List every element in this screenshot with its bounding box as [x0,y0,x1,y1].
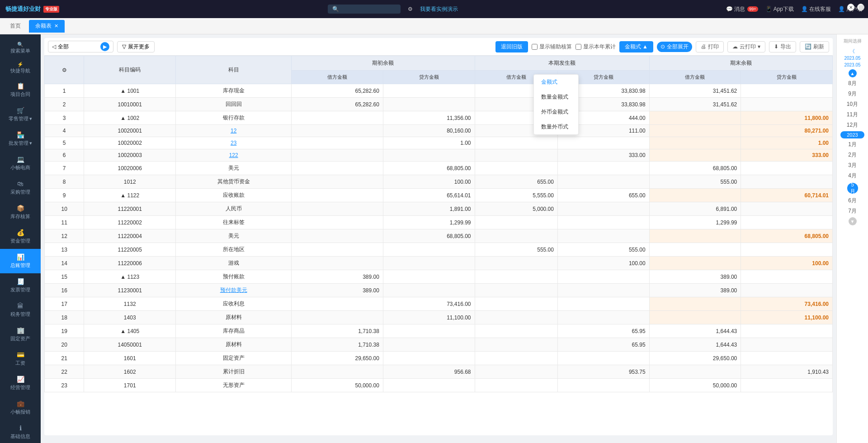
row-name: 应收利息 [176,297,292,311]
row-cb-credit [741,243,833,257]
sidebar-item-funds[interactable]: 💰 资金管理 [0,224,41,249]
sidebar-item-basic-info[interactable]: ℹ 基础信息 [0,420,41,443]
row-ob-credit [383,352,475,365]
row-ob-credit: 65,614.01 [383,189,475,202]
app-download-btn[interactable]: 📱 App下载 [765,5,794,13]
sidebar-item-ecommerce[interactable]: 💻 小畅电商 [0,151,41,176]
month-item[interactable]: 7月 [839,206,866,216]
balance-table: ⚙ 科目编码 科目 期初余额 本期发生额 期末余额 借方金额 贷方金额 借方金额… [44,56,833,392]
row-name: 无形资产 [176,379,292,392]
month-item[interactable]: 8月 [839,78,866,89]
row-cb-debit [649,149,741,162]
month-item[interactable]: 2月 [839,150,866,160]
month-item[interactable]: 3月 [839,160,866,171]
year-2023-05-second[interactable]: 2023.05 [839,62,866,67]
row-cp-debit [475,365,557,379]
app-edition: 专业版 [43,6,59,13]
messages-btn[interactable]: 💬 消息 99+ [726,5,758,13]
tab-close-icon[interactable]: ✕ [54,23,58,29]
month-item[interactable]: 5月 [839,181,866,195]
sidebar-item-wholesale[interactable]: 🏪 批发管理 ▾ [0,127,41,151]
table-area: ⚙ 科目编码 科目 期初余额 本期发生额 期末余额 借方金额 贷方金额 借方金额… [44,56,833,435]
retail-icon: 🛒 [17,107,24,114]
settings-icon[interactable]: ⚙ [408,6,413,12]
show-assist-checkbox[interactable]: 显示辅助核算 [532,43,572,51]
sidebar-item-operations[interactable]: 📈 经营管理 [0,371,41,395]
row-name[interactable]: 23 [176,137,292,149]
col-settings[interactable]: ⚙ [45,56,84,84]
row-ob-debit [292,229,383,243]
table-row: 1411220006游戏100.00100.00 [45,257,833,270]
row-name[interactable]: 122 [176,149,292,162]
row-ob-credit: 100.00 [383,175,475,189]
window-expand-btn[interactable]: ⬜ [857,4,864,11]
month-item[interactable]: 10月 [839,99,866,110]
month-item[interactable]: 4月 [839,171,866,181]
row-cb-debit: 31,451.62 [649,84,741,98]
table-row: 4100200011280,160.00111.0080,271.00 [45,125,833,137]
return-old-version-button[interactable]: 退回旧版 [495,41,528,52]
refresh-button[interactable]: 🔄 刷新 [800,41,829,52]
top-search-bar[interactable]: 🔍 [328,5,401,14]
month-item[interactable]: 12月 [839,120,866,130]
month-item[interactable]: 2023 [840,131,864,138]
months-list: 8月9月10月11月12月20231月2月3月4月5月6月7月 [839,78,866,216]
row-num: 5 [45,137,84,149]
export-button[interactable]: ⬇ 导出 [769,41,796,52]
search-box[interactable]: ◁ ▶ [48,41,113,52]
sidebar-search[interactable]: 🔍搜索菜单 [10,38,30,58]
dropdown-item-qty-foreign[interactable]: 数量外币式 [534,119,578,134]
month-item[interactable]: 1月 [839,139,866,150]
nav-down-btn[interactable]: ▼ [839,217,866,225]
row-cb-credit: 60,714.01 [741,189,833,202]
sidebar-item-expense[interactable]: 💼 小畅报销 [0,395,41,420]
assist-check-input[interactable] [532,44,538,50]
sidebar-item-purchase[interactable]: 🛍 采购管理 [0,176,41,200]
dropdown-item-foreign-amount[interactable]: 外币金额式 [534,105,578,119]
show-ytd-checkbox[interactable]: 显示本年累计 [576,43,616,51]
sidebar-item-payroll[interactable]: 💳 工资 [0,347,41,371]
expense-icon: 💼 [17,400,24,407]
row-cb-debit [649,125,741,137]
row-name[interactable]: 预付款美元 [176,284,292,297]
nav-up-btn[interactable]: ▲ [839,69,866,77]
row-cb-debit: 1,644.43 [649,324,741,338]
dropdown-item-qty-amount[interactable]: 数量金额式 [534,90,578,105]
year-2023-05-first[interactable]: 2023.05 [839,56,866,61]
row-name: 固定资产 [176,352,292,365]
row-num: 21 [45,352,84,365]
row-num: 17 [45,297,84,311]
sidebar-item-tax[interactable]: 🏛 税务管理 [0,298,41,322]
sidebar-item-ledger[interactable]: 📊 总账管理 [0,249,41,273]
tab-home[interactable]: 首页 [4,20,27,33]
sidebar-quick-nav[interactable]: ⚡快捷导航 [10,58,30,78]
month-item[interactable]: 11月 [839,110,866,120]
month-item[interactable]: 9月 [839,89,866,99]
cloud-print-button[interactable]: ☁ 云打印 ▾ [727,41,765,52]
sidebar-item-invoice[interactable]: 🧾 发票管理 [0,273,41,298]
top-search-input[interactable] [342,6,396,12]
row-cb-debit: 50,000.00 [649,379,741,392]
window-close-btn[interactable]: ✕ [847,4,854,11]
online-service-btn[interactable]: 👤 在线客服 [801,5,831,13]
row-code: ▲ 1002 [84,111,176,125]
sidebar-item-retail[interactable]: 🛒 零售管理 ▾ [0,102,41,127]
row-name[interactable]: 12 [176,125,292,137]
row-num: 2 [45,98,84,111]
tab-balance-sheet[interactable]: 余额表 ✕ [29,20,65,33]
search-go-button[interactable]: ▶ [100,42,109,51]
sidebar-item-inventory[interactable]: 📦 库存核算 [0,200,41,224]
sidebar-item-project[interactable]: 📋 项目合同 [0,78,41,102]
amount-style-button[interactable]: 金额式 ▲ [619,41,653,52]
sidebar-item-fixed-assets[interactable]: 🏢 固定资产 [0,322,41,347]
expand-more-button[interactable]: ▽ 展开更多 [117,41,155,52]
demo-link[interactable]: 我要看实例演示 [420,5,458,13]
expand-all-button[interactable]: ⊙ 全部展开 [657,42,692,52]
ytd-check-input[interactable] [576,44,581,50]
search-input[interactable] [58,43,99,50]
row-ob-credit [383,84,475,98]
month-item[interactable]: 6月 [839,195,866,206]
dropdown-item-amount[interactable]: 金额式 [534,75,578,90]
print-button[interactable]: 🖨 打印 [696,41,724,52]
right-panel-collapse-btn[interactable]: 《 [839,48,866,55]
